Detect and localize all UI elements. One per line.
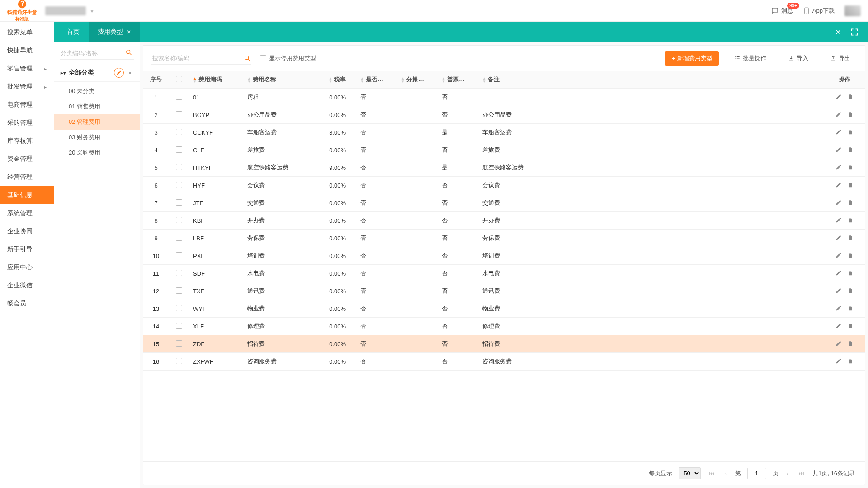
- col-name[interactable]: ▲▼费用名称: [244, 71, 316, 89]
- tab-0[interactable]: 首页: [58, 22, 89, 42]
- sidebar-item-8[interactable]: 经营管理: [0, 168, 54, 186]
- all-categories-label[interactable]: 全部分类: [69, 69, 94, 77]
- next-page-button[interactable]: ›: [785, 470, 790, 477]
- table-row[interactable]: 6HYF会议费0.00%否否会议费: [143, 177, 865, 194]
- table-row[interactable]: 16ZXFWF咨询服务费0.00%否否咨询服务费: [143, 353, 865, 371]
- show-disabled-checkbox[interactable]: 显示停用费用类型: [260, 54, 316, 62]
- sidebar-item-15[interactable]: 畅会员: [0, 295, 54, 313]
- delete-row-icon[interactable]: [847, 340, 854, 347]
- edit-row-icon[interactable]: [835, 252, 842, 258]
- sidebar-item-1[interactable]: 快捷导航: [0, 42, 54, 60]
- table-search-input[interactable]: [151, 52, 251, 65]
- table-row[interactable]: 15ZDF招待费0.00%否否招待费: [143, 335, 865, 353]
- edit-row-icon[interactable]: [835, 287, 842, 294]
- col-invoice[interactable]: ▲▼普票…: [438, 71, 479, 89]
- edit-categories-button[interactable]: [114, 68, 124, 78]
- delete-row-icon[interactable]: [847, 252, 854, 258]
- edit-row-icon[interactable]: [835, 199, 842, 206]
- edit-row-icon[interactable]: [835, 358, 842, 364]
- table-row[interactable]: 10PXF培训费0.00%否否培训费: [143, 247, 865, 265]
- sidebar-item-14[interactable]: 企业微信: [0, 277, 54, 295]
- col-rate[interactable]: ▲▼税率: [316, 71, 357, 89]
- checkbox-icon[interactable]: [176, 76, 182, 82]
- sidebar-item-2[interactable]: 零售管理▸: [0, 60, 54, 78]
- edit-row-icon[interactable]: [835, 182, 842, 188]
- messages-button[interactable]: 消息 99+: [771, 7, 793, 15]
- category-item-1[interactable]: 01 销售费用: [54, 99, 140, 114]
- delete-row-icon[interactable]: [847, 129, 854, 135]
- category-item-3[interactable]: 03 财务费用: [54, 130, 140, 145]
- search-icon[interactable]: [244, 55, 251, 62]
- cell-checkbox[interactable]: [169, 282, 189, 300]
- collapse-panel-icon[interactable]: «: [127, 70, 133, 76]
- edit-row-icon[interactable]: [835, 305, 842, 311]
- category-search-input[interactable]: [60, 47, 134, 60]
- table-row[interactable]: 12TXF通讯费0.00%否否通讯费: [143, 282, 865, 300]
- col-allocate[interactable]: ▲▼分摊…: [397, 71, 438, 89]
- org-selector[interactable]: ▾: [45, 6, 94, 15]
- add-fee-type-button[interactable]: + 新增费用类型: [665, 51, 719, 66]
- sidebar-item-13[interactable]: 应用中心: [0, 258, 54, 277]
- category-item-2[interactable]: 02 管理费用: [54, 114, 140, 130]
- col-checkbox[interactable]: [169, 71, 189, 89]
- delete-row-icon[interactable]: [847, 164, 854, 170]
- delete-row-icon[interactable]: [847, 235, 854, 241]
- cell-checkbox[interactable]: [169, 177, 189, 194]
- batch-action-button[interactable]: 批量操作: [728, 51, 773, 66]
- close-all-tabs-icon[interactable]: [834, 28, 843, 37]
- cell-checkbox[interactable]: [169, 230, 189, 247]
- last-page-button[interactable]: ⏭: [797, 470, 806, 477]
- edit-row-icon[interactable]: [835, 217, 842, 223]
- edit-row-icon[interactable]: [835, 270, 842, 276]
- table-row[interactable]: 14XLF修理费0.00%否否修理费: [143, 318, 865, 335]
- tab-1[interactable]: 费用类型✕: [89, 22, 140, 42]
- delete-row-icon[interactable]: [847, 111, 854, 117]
- table-row[interactable]: 101房租0.00%否否: [143, 89, 865, 106]
- tab-close-icon[interactable]: ✕: [127, 29, 131, 35]
- sidebar-item-5[interactable]: 采购管理: [0, 114, 54, 132]
- delete-row-icon[interactable]: [847, 305, 854, 311]
- table-row[interactable]: 2BGYP办公用品费0.00%否否办公用品费: [143, 106, 865, 124]
- cell-checkbox[interactable]: [169, 300, 189, 318]
- edit-row-icon[interactable]: [835, 94, 842, 100]
- delete-row-icon[interactable]: [847, 182, 854, 188]
- cell-checkbox[interactable]: [169, 141, 189, 159]
- delete-row-icon[interactable]: [847, 287, 854, 294]
- sidebar-item-7[interactable]: 资金管理: [0, 150, 54, 168]
- edit-row-icon[interactable]: [835, 340, 842, 347]
- per-page-select[interactable]: 50: [679, 467, 701, 479]
- sidebar-item-4[interactable]: 电商管理: [0, 96, 54, 114]
- cell-checkbox[interactable]: [169, 318, 189, 335]
- cell-checkbox[interactable]: [169, 159, 189, 177]
- sidebar-item-3[interactable]: 批发管理▸: [0, 78, 54, 96]
- export-button[interactable]: 导出: [824, 51, 857, 66]
- sidebar-item-11[interactable]: 企业协同: [0, 222, 54, 240]
- sidebar-item-10[interactable]: 系统管理: [0, 204, 54, 222]
- sidebar-item-6[interactable]: 库存核算: [0, 132, 54, 150]
- col-code[interactable]: ▲▼费用编码: [189, 71, 244, 89]
- delete-row-icon[interactable]: [847, 146, 854, 153]
- edit-row-icon[interactable]: [835, 323, 842, 329]
- table-row[interactable]: 11SDF水电费0.00%否否水电费: [143, 265, 865, 282]
- search-icon[interactable]: [125, 49, 132, 56]
- delete-row-icon[interactable]: [847, 217, 854, 223]
- prev-page-button[interactable]: ‹: [723, 470, 728, 477]
- edit-row-icon[interactable]: [835, 164, 842, 170]
- table-row[interactable]: 4CLF差旅费0.00%否否差旅费: [143, 141, 865, 159]
- edit-row-icon[interactable]: [835, 235, 842, 241]
- first-page-button[interactable]: ⏮: [707, 470, 717, 477]
- user-avatar[interactable]: [844, 5, 861, 16]
- sidebar-item-9[interactable]: 基础信息: [0, 186, 54, 204]
- cell-checkbox[interactable]: [169, 89, 189, 106]
- import-button[interactable]: 导入: [782, 51, 815, 66]
- sidebar-item-12[interactable]: 新手引导: [0, 240, 54, 258]
- delete-row-icon[interactable]: [847, 94, 854, 100]
- table-row[interactable]: 7JTF交通费0.00%否否交通费: [143, 194, 865, 212]
- edit-row-icon[interactable]: [835, 111, 842, 117]
- table-row[interactable]: 5HTKYF航空铁路客运费9.00%否是航空铁路客运费: [143, 159, 865, 177]
- table-row[interactable]: 9LBF劳保费0.00%否否劳保费: [143, 230, 865, 247]
- table-row[interactable]: 3CCKYF车船客运费3.00%否是车船客运费: [143, 124, 865, 141]
- cell-checkbox[interactable]: [169, 124, 189, 141]
- cell-checkbox[interactable]: [169, 335, 189, 353]
- delete-row-icon[interactable]: [847, 270, 854, 276]
